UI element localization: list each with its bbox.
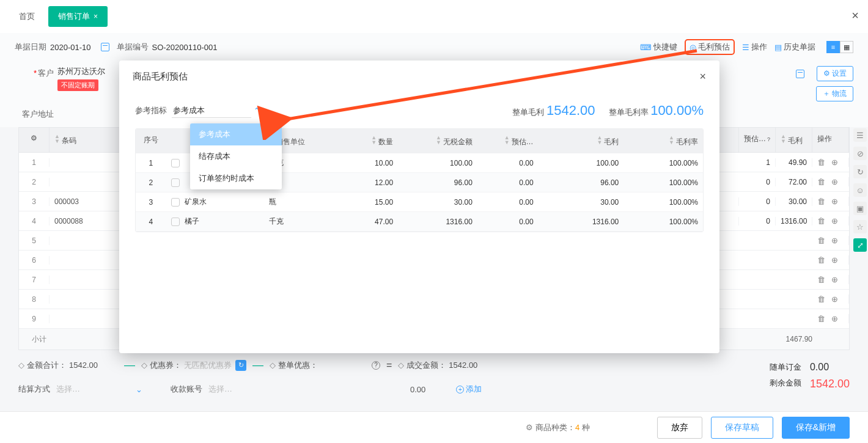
ref-indicator-select[interactable] [172,103,251,118]
copy-icon[interactable]: ⊕ [831,197,838,206]
row-checkbox[interactable] [171,218,180,226]
side-tool-expand-icon[interactable]: ⤢ [853,238,867,252]
calendar-icon[interactable] [796,70,804,78]
delete-icon[interactable]: 🗑 [817,216,825,225]
th-est[interactable]: ▲▼预估… [477,129,539,153]
delete-icon[interactable]: 🗑 [817,314,825,323]
save-draft-button[interactable]: 保存草稿 [711,417,773,439]
settings-button[interactable]: ⚙ 设置 [817,66,853,81]
th-gear[interactable]: ⚙ [19,128,50,152]
tab-home[interactable]: 首页 [9,6,45,27]
copy-icon[interactable]: ⊕ [831,255,838,265]
th-gpr[interactable]: ▲▼毛利率 [623,129,703,153]
th-est[interactable]: 预估…? [739,128,776,152]
doc-header: 单据日期 2020-01-10 单据编号 SO-20200110-001 ⌨快捷… [0,33,868,61]
dropdown-option[interactable]: 参考成本 [190,123,282,145]
copy-icon[interactable]: ⊕ [831,236,838,245]
address-label: 客户地址 [15,109,57,120]
profit-row: 4 橘子 千克 47.00 1316.00 0.00 1316.00 100.0… [136,212,703,232]
side-tool-refresh-icon[interactable]: ↻ [853,165,867,178]
th-amount[interactable]: ▲▼无税金额 [398,129,477,153]
customer-label: *客户 [15,66,57,79]
calendar-icon[interactable] [101,43,109,51]
delete-icon[interactable]: 🗑 [817,177,825,186]
delete-icon[interactable]: 🗑 [817,236,825,245]
copy-icon[interactable]: ⊕ [831,177,838,186]
footer-bar: ⚙商品种类：4 种 放弃 保存草稿 保存&新增 [0,411,868,443]
ref-indicator-label: 参考指标 [135,105,167,116]
ref-indicator-dropdown: 参考成本 结存成本 订单签约时成本 [190,123,282,189]
total-label: 金额合计： [27,360,67,371]
settle-amount[interactable]: 0.00 [410,385,425,394]
copy-icon[interactable]: ⊕ [831,295,838,304]
coupon-field[interactable]: 无匹配优惠券 [184,360,233,371]
total-gp-label: 整单毛利 [512,108,544,117]
profit-estimate-modal: 商品毛利预估 × 参考指标 ⌃ 整单毛利 1542.00 整单毛利率 100.0… [119,60,719,353]
close-icon[interactable]: × [851,9,859,23]
history-link[interactable]: ▤历史单据 [774,42,815,53]
help-icon[interactable]: ? [372,361,380,370]
account-select[interactable]: 选择… [208,384,282,395]
minus-icon: — [124,359,135,372]
account-label: 收款账号 [171,384,202,395]
total-value: 1542.00 [69,361,118,370]
copy-icon[interactable]: ⊕ [831,275,838,284]
dropdown-option[interactable]: 结存成本 [190,145,282,167]
total-rate-value: 100.00% [650,103,704,118]
settle-method-select[interactable]: 选择… [56,384,130,395]
view-toggle[interactable]: ≡▦ [826,41,853,53]
row-checkbox[interactable] [171,178,180,187]
th-seq[interactable]: 序号 [136,129,166,153]
th-gp[interactable]: ▲▼毛利 [539,129,624,153]
total-gp-value: 1542.00 [546,103,595,118]
th-profit[interactable]: ▲▼毛利 [776,128,812,152]
modal-header: 商品毛利预估 × [119,60,719,93]
delete-icon[interactable]: 🗑 [817,197,825,206]
copy-icon[interactable]: ⊕ [831,158,838,167]
discard-button[interactable]: 放弃 [657,417,702,439]
settle-method-label: 结算方式 [18,384,50,395]
copy-icon[interactable]: ⊕ [831,314,838,323]
chevron-down-icon[interactable]: ⌄ [136,385,142,394]
grid-view-icon: ▦ [840,41,853,53]
delete-icon[interactable]: 🗑 [817,275,825,284]
total-rate-label: 整单毛利率 [609,108,649,117]
side-tool-box-icon[interactable]: ▣ [853,202,867,215]
profit-estimate-link[interactable]: ◎毛利预估 [685,39,735,55]
list-view-icon: ≡ [826,41,840,53]
account-period-badge: 不固定账期 [57,79,98,91]
delete-icon[interactable]: 🗑 [817,295,825,304]
copy-icon[interactable]: ⊕ [831,216,838,225]
deposit-label: 随单订金 [770,362,801,373]
date-label: 单据日期 [15,42,46,53]
delete-icon[interactable]: 🗑 [817,255,825,265]
whole-disc-label: 整单优惠： [278,360,318,371]
tab-sales-order[interactable]: 销售订单× [48,6,108,27]
settlement-row: 结算方式 选择… ⌄ 收款账号 选择… 0.00 +添加 [0,380,868,403]
customer-field[interactable]: 苏州万达沃尔 [57,66,105,77]
deal-label: 成交金额： [406,360,446,371]
refresh-icon[interactable]: ↻ [235,360,246,371]
side-tool-note-icon[interactable]: ☰ [853,128,867,142]
close-icon[interactable]: × [699,70,706,83]
operate-link[interactable]: ☰操作 [742,42,767,53]
date-value[interactable]: 2020-01-10 [50,43,91,52]
deposit-value: 0.00 [810,362,829,373]
logistics-button[interactable]: ＋ 物流 [816,86,853,101]
remain-label: 剩余金额 [770,378,801,390]
delete-icon[interactable]: 🗑 [817,158,825,167]
side-tool-star-icon[interactable]: ☆ [853,220,867,233]
add-settlement-link[interactable]: +添加 [456,384,482,395]
save-new-button[interactable]: 保存&新增 [782,417,850,439]
coupon-label: 优惠券： [150,360,182,371]
modal-title: 商品毛利预估 [133,71,188,82]
row-checkbox[interactable] [171,198,180,207]
side-tool-link-icon[interactable]: ⊘ [853,147,867,160]
shortcut-link[interactable]: ⌨快捷键 [640,42,677,53]
th-qty[interactable]: ▲▼数量 [331,129,398,153]
chevron-up-icon[interactable]: ⌃ [254,106,260,115]
close-icon[interactable]: × [94,12,98,21]
dropdown-option[interactable]: 订单签约时成本 [190,167,282,189]
side-tool-user-icon[interactable]: ☺ [853,183,867,197]
row-checkbox[interactable] [171,159,180,167]
